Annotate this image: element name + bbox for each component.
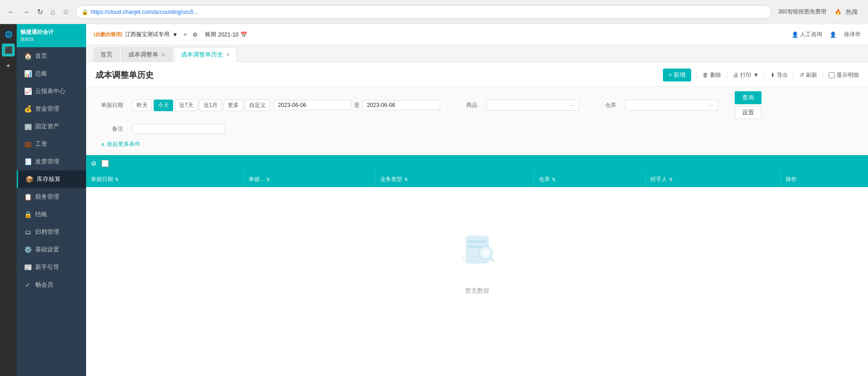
quick-btn-昨天[interactable]: 昨天 xyxy=(132,100,152,111)
app-container: 🌐 ⬛ ✦ 畅捷通好会计 旗舰版 🏠首页📊总账📈云报表中心💰资金管理🏢固定资产💼… xyxy=(0,24,868,376)
col-单据日期[interactable]: 单据日期⇅ xyxy=(86,172,244,187)
note-input[interactable] xyxy=(132,124,225,134)
company-selector[interactable]: (勿删勿禁用) 江西服宝测试专用 ▼ ＋ ⚙ xyxy=(94,31,198,38)
consult-link[interactable]: 👤 人工咨询 xyxy=(792,31,822,38)
col-仓库[interactable]: 仓库⇅ xyxy=(534,172,645,187)
sidebar-icon: ✓ xyxy=(24,281,31,288)
period-value: 2021-10 xyxy=(218,31,238,38)
sidebar-icon: 📦 xyxy=(25,175,33,183)
delete-icon: 🗑 xyxy=(703,72,708,78)
sidebar-item-畅会员[interactable]: ✓畅会员 xyxy=(17,276,86,294)
sidebar-logo[interactable]: 畅捷通好会计 旗舰版 xyxy=(17,24,86,47)
page-content: 成本调整单历史 + 新增 🗑 删除 🖨 打印 ▼ xyxy=(86,62,868,376)
sidebar-item-归档管理[interactable]: 🗂归档管理 xyxy=(17,223,86,241)
col-单据...[interactable]: 单据...⇅ xyxy=(244,172,375,187)
print-button[interactable]: 🖨 打印 ▼ xyxy=(733,71,759,79)
settings-icon[interactable]: ⚙ xyxy=(193,31,198,38)
user-avatar[interactable]: 👤 xyxy=(830,31,837,38)
filter-row-1: 单据日期 昨天今天近7天近1月更多自定义 至 商品 ··· xyxy=(95,91,859,119)
bookmark-button[interactable]: ☆ xyxy=(60,6,72,18)
query-buttons: 查询 设置 xyxy=(735,91,762,119)
refresh-button[interactable]: ↺ 刷新 xyxy=(799,71,817,79)
icon-bar-app[interactable]: ⬛ xyxy=(2,44,15,56)
top-header: (勿删勿禁用) 江西服宝测试专用 ▼ ＋ ⚙ 账期 2021-10 📅 👤 人工… xyxy=(86,24,868,45)
select-all-checkbox[interactable] xyxy=(101,160,109,167)
home-button[interactable]: ⌂ xyxy=(48,6,58,18)
goods-label: 商品 xyxy=(450,101,477,109)
sidebar-item-总账[interactable]: 📊总账 xyxy=(17,65,86,82)
icon-bar-item-3[interactable]: ✦ xyxy=(2,59,15,72)
query-button[interactable]: 查询 xyxy=(735,91,762,104)
page-actions: + 新增 🗑 删除 🖨 打印 ▼ ⬇ 导出 xyxy=(663,69,859,81)
print-dropdown-icon[interactable]: ▼ xyxy=(753,72,759,78)
browser-bar: ← → ↻ ⌂ ☆ 🔒 https://cloud.chanjet.com/ac… xyxy=(0,0,868,24)
export-button[interactable]: ⬇ 导出 xyxy=(770,71,788,79)
print-icon: 🖨 xyxy=(733,72,738,78)
back-button[interactable]: ← xyxy=(5,6,18,18)
delete-button[interactable]: 🗑 删除 xyxy=(703,71,721,79)
col-业务类型[interactable]: 业务类型⇅ xyxy=(375,172,534,187)
consult-label: 人工咨询 xyxy=(800,31,822,38)
warehouse-select[interactable]: ··· xyxy=(625,100,718,111)
column-settings-icon[interactable]: ⚙ xyxy=(91,160,97,167)
page-header: 成本调整单历史 + 新增 🗑 删除 🖨 打印 ▼ xyxy=(86,62,868,86)
tab-首页[interactable]: 首页 xyxy=(94,47,119,62)
reload-button[interactable]: ↻ xyxy=(34,6,46,18)
table-head: 单据日期⇅单据...⇅业务类型⇅仓库⇅经手人⇅操作 xyxy=(86,172,868,187)
sidebar-item-首页[interactable]: 🏠首页 xyxy=(17,47,86,65)
col-操作: 操作 xyxy=(781,172,868,187)
date-filter-label: 单据日期 xyxy=(95,101,123,109)
sidebar-icon: 🏢 xyxy=(24,123,31,130)
show-detail-checkbox[interactable] xyxy=(829,72,835,78)
refresh-icon: ↺ xyxy=(799,72,804,78)
sidebar-item-云报表中心[interactable]: 📈云报表中心 xyxy=(17,82,86,100)
sidebar-item-结账[interactable]: 🔒结账 xyxy=(17,206,86,223)
quick-btn-更多[interactable]: 更多 xyxy=(224,100,243,111)
quick-btn-今天[interactable]: 今天 xyxy=(154,100,173,111)
tab-close-btn[interactable]: ✕ xyxy=(226,52,230,58)
calendar-icon[interactable]: 📅 xyxy=(240,31,247,38)
show-detail-label[interactable]: 显示明细 xyxy=(829,71,859,79)
sidebar-icon: 💼 xyxy=(24,140,31,148)
company-warning: (勿删勿禁用) xyxy=(94,31,122,38)
date-from-input[interactable] xyxy=(274,100,351,110)
sort-arrows: ⇅ xyxy=(115,177,119,182)
sidebar-item-资金管理[interactable]: 💰资金管理 xyxy=(17,100,86,118)
quick-btn-自定义[interactable]: 自定义 xyxy=(245,100,270,111)
tab-成本调整单历史[interactable]: 成本调整单历史✕ xyxy=(174,47,237,62)
sidebar-item-工资[interactable]: 💼工资 xyxy=(17,135,86,153)
sidebar-item-税务管理[interactable]: 📋税务管理 xyxy=(17,188,86,206)
sidebar-label: 库存核算 xyxy=(37,175,61,183)
forward-button[interactable]: → xyxy=(19,6,32,18)
company-dropdown-icon[interactable]: ▼ xyxy=(172,31,178,38)
quick-btn-近1月[interactable]: 近1月 xyxy=(200,100,222,111)
tab-close-btn[interactable]: ✕ xyxy=(161,52,165,58)
sidebar-item-新手引导[interactable]: 📰新手引导 xyxy=(17,258,86,276)
sidebar-item-库存核算[interactable]: 📦库存核算 xyxy=(17,170,86,188)
add-company-icon[interactable]: ＋ xyxy=(182,31,188,38)
sidebar-icon: 📊 xyxy=(24,70,31,77)
sidebar-icon: 📈 xyxy=(24,88,31,95)
icon-bar-weibo[interactable]: 🌐 xyxy=(2,28,15,41)
collapse-button[interactable]: ∧ 收起更多条件 xyxy=(95,138,859,150)
sidebar-label: 首页 xyxy=(35,52,47,60)
sidebar-item-发票管理[interactable]: 🧾发票管理 xyxy=(17,153,86,170)
quick-btn-近7天[interactable]: 近7天 xyxy=(175,100,198,111)
col-经手人[interactable]: 经手人⇅ xyxy=(646,172,781,187)
browser-navigation[interactable]: ← → ↻ ⌂ ☆ xyxy=(5,6,72,18)
tab-成本调整单[interactable]: 成本调整单✕ xyxy=(121,47,172,62)
sidebar-icon: 🧾 xyxy=(24,158,31,165)
sidebar-item-固定资产[interactable]: 🏢固定资产 xyxy=(17,118,86,135)
sort-arrows: ⇅ xyxy=(669,177,673,182)
date-to-input[interactable] xyxy=(362,100,440,110)
address-bar[interactable]: 🔒 https://cloud.chanjet.com/accounting/u… xyxy=(75,5,772,19)
divider-2 xyxy=(727,71,727,79)
period-selector[interactable]: 账期 2021-10 📅 xyxy=(205,31,247,38)
goods-select[interactable]: ··· xyxy=(487,100,579,111)
divider-3 xyxy=(764,71,765,79)
sidebar-item-基础设置[interactable]: ⚙️基础设置 xyxy=(17,241,86,258)
page-title: 成本调整单历史 xyxy=(95,69,154,81)
settings-button[interactable]: 设置 xyxy=(735,106,762,119)
divider-4 xyxy=(793,71,794,79)
new-button[interactable]: + 新增 xyxy=(663,69,691,81)
